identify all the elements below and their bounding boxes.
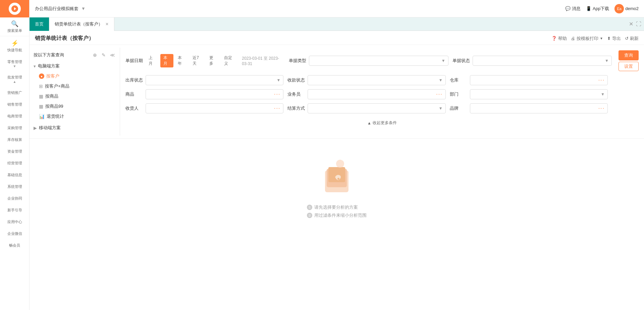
sidebar-item-membership[interactable]: 畅会员	[0, 240, 29, 251]
sidebar-item-onboarding[interactable]: 新手引导	[0, 204, 29, 216]
top-header: 办公用品行业模拟账套 ▼ 💬 消息 📱 App下载 Ea demo2	[30, 0, 644, 17]
svg-rect-2	[328, 167, 345, 182]
date-pill-this-year[interactable]: 本年	[175, 54, 188, 67]
sidebar-item-label: 销售管理	[7, 102, 22, 107]
print-btn[interactable]: 🖨 按模板打印 ▼	[571, 36, 603, 42]
sidebar-item-app-center[interactable]: 应用中心	[0, 216, 29, 228]
goods-input[interactable]: ···	[146, 89, 283, 99]
sidebar-item-label: 应用中心	[7, 219, 22, 224]
sidebar-item-search-menu[interactable]: 🔍 搜索菜单	[0, 17, 29, 36]
page-title: 销货单统计表（按客户）	[35, 35, 94, 42]
export-btn[interactable]: ⬆ 导出	[607, 36, 621, 42]
sidebar-item-ecommerce[interactable]: 电商管理	[0, 110, 29, 122]
scheme-actions: ⊕ ✎ ≪	[92, 52, 116, 58]
sidebar-item-wholesale[interactable]: 批发管理 ▲	[0, 71, 29, 87]
sidebar-item-inventory[interactable]: 库存核算	[0, 134, 29, 146]
tab-sales-stats-label: 销货单统计表（按客户）	[55, 21, 103, 27]
filter-item-collection-status: 收款状态 ▼	[287, 75, 445, 85]
department-arrow: ▼	[601, 92, 605, 97]
scheme-item-by-goods[interactable]: ▦ 按商品	[30, 91, 120, 101]
receiver-input[interactable]: ···	[146, 103, 283, 113]
date-pill-custom[interactable]: 自定义	[221, 54, 238, 67]
add-scheme-btn[interactable]: ⊕	[92, 52, 98, 58]
tab-home-label: 首页	[35, 21, 44, 27]
sidebar-item-finance[interactable]: 资金管理	[0, 146, 29, 157]
scheme-item-label: 退货统计	[47, 113, 64, 119]
scheme-group-desktop: ▾ 电脑端方案 ● 按客户 ⊞ 按客户+商品 ▦ 按商品	[30, 61, 120, 121]
sidebar-item-retail[interactable]: 零售管理 ▼	[0, 56, 29, 71]
date-label: 单据日期	[125, 58, 143, 64]
order-status-select[interactable]: ▼	[473, 56, 612, 66]
tab-close-icon[interactable]: ✕	[105, 22, 109, 27]
brand-label: 品牌	[450, 105, 467, 111]
query-btn[interactable]: 查询	[619, 50, 639, 60]
scheme-header: 按以下方案查询 ⊕ ✎ ≪	[30, 50, 120, 60]
sidebar-item-purchase[interactable]: 采购管理	[0, 122, 29, 134]
order-type-label: 单据类型	[289, 58, 306, 64]
logo-icon	[9, 3, 21, 15]
sidebar-item-sales[interactable]: 销售管理	[0, 99, 29, 110]
collapse-scheme-btn[interactable]: ≪	[109, 52, 116, 58]
tab-close-btn[interactable]: ✕	[629, 21, 633, 27]
order-type-arrow: ▼	[441, 58, 445, 63]
message-btn[interactable]: 💬 消息	[565, 6, 581, 12]
date-pill-more[interactable]: 更多	[206, 54, 220, 67]
filter-item-salesman: 业务员 ···	[287, 89, 445, 99]
settlement-select[interactable]: ▼	[308, 103, 445, 113]
sidebar-item-marketing[interactable]: 营销推广	[0, 87, 29, 99]
receiver-dots-icon: ···	[274, 105, 280, 111]
breadcrumb-dropdown-icon[interactable]: ▼	[81, 6, 86, 11]
collapse-btn[interactable]: ▲ 收起更多条件	[367, 120, 397, 126]
collapse-up-icon: ▲	[367, 121, 371, 125]
logo-area	[0, 0, 29, 17]
scheme-group-mobile-header[interactable]: ▶ 移动端方案	[30, 123, 120, 133]
sidebar-item-enterprise[interactable]: 企业协同	[0, 193, 29, 204]
collection-status-select[interactable]: ▼	[308, 75, 445, 85]
sidebar-item-operations[interactable]: 经营管理	[0, 157, 29, 169]
sidebar-item-quick-nav[interactable]: ⚡ 快捷导航	[0, 36, 29, 56]
sidebar-item-basic-info[interactable]: 基础信息	[0, 169, 29, 181]
user-name: demo2	[625, 6, 639, 11]
salesman-input[interactable]: ···	[308, 89, 445, 99]
user-profile[interactable]: Ea demo2	[614, 4, 639, 13]
scheme-item-by-customer-goods[interactable]: ⊞ 按客户+商品	[30, 81, 120, 91]
tab-maximize-btn[interactable]: ⛶	[636, 21, 641, 27]
svg-point-4	[334, 178, 336, 180]
brand-input[interactable]: ···	[470, 103, 608, 113]
scheme-panel: 按以下方案查询 ⊕ ✎ ≪	[30, 48, 120, 136]
sidebar-item-label: 营销推广	[7, 90, 22, 95]
settings-btn[interactable]: 设置	[619, 62, 639, 71]
search-icon: 🔍	[11, 20, 18, 28]
warehouse-input[interactable]: ···	[470, 75, 608, 85]
app-download-btn[interactable]: 📱 App下载	[586, 6, 609, 12]
sidebar-item-label: 企业协同	[7, 196, 22, 201]
date-pill-last-7[interactable]: 近7天	[190, 54, 205, 67]
out-status-select[interactable]: ▼	[146, 75, 283, 85]
date-pill-last-month[interactable]: 上月	[146, 54, 159, 67]
sidebar-item-system[interactable]: 系统管理	[0, 181, 29, 193]
scheme-item-by-customer[interactable]: ● 按客户	[30, 71, 120, 81]
sidebar-item-enterprise-wechat[interactable]: 企业微信	[0, 228, 29, 240]
sidebar-item-label: 资金管理	[7, 149, 22, 154]
refresh-btn[interactable]: ↺ 刷新	[625, 36, 639, 42]
scheme-group-label: 电脑端方案	[38, 63, 60, 69]
department-select[interactable]: ▼	[470, 89, 608, 99]
scheme-item-return-stats[interactable]: 📊 退货统计	[30, 111, 120, 121]
empty-tip-1: ① 请先选择要分析的方案	[307, 204, 367, 210]
tip-num-2: ②	[307, 213, 312, 218]
tab-home[interactable]: 首页	[30, 17, 49, 31]
date-pill-this-month[interactable]: 本月	[160, 54, 174, 67]
filter-item-warehouse: 仓库 ···	[450, 75, 608, 85]
help-btn[interactable]: ❓ 帮助	[551, 36, 567, 42]
scheme-group-desktop-header[interactable]: ▾ 电脑端方案	[30, 61, 120, 71]
order-type-select[interactable]: ▼	[309, 56, 448, 66]
quick-nav-icon: ⚡	[11, 40, 18, 47]
sidebar-item-label: 采购管理	[7, 125, 22, 131]
help-icon: ❓	[551, 36, 557, 41]
filter-row-2: 出库状态 ▼ 收款状态 ▼ 仓库	[125, 75, 639, 85]
edit-scheme-btn[interactable]: ✎	[100, 52, 107, 58]
tab-sales-stats[interactable]: 销货单统计表（按客户） ✕	[49, 17, 114, 31]
edit-icon: ✎	[102, 52, 106, 58]
date-range: 2023-03-01 至 2023-03-31	[242, 56, 285, 66]
scheme-item-by-goods-99[interactable]: ▦ 按商品99	[30, 101, 120, 111]
